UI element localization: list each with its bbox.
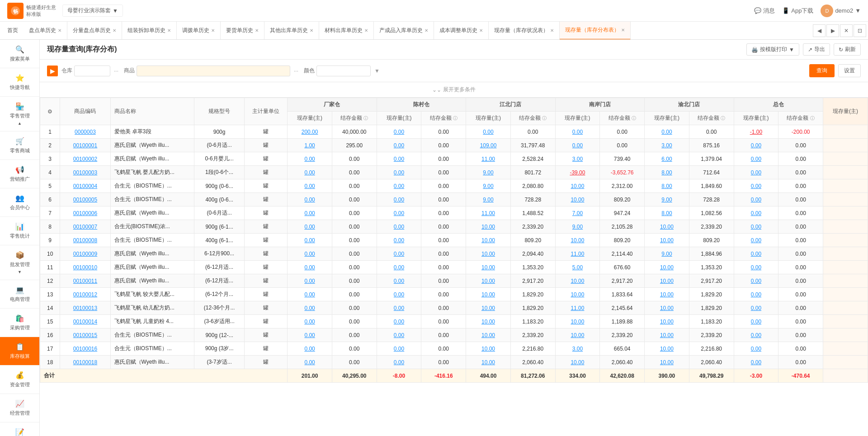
cell-na-qty: 0.00 xyxy=(555,125,600,139)
code-link[interactable]: 00100007 xyxy=(73,224,97,230)
cell-fac-amt: 0.00 xyxy=(332,301,377,315)
sidebar-item-operations[interactable]: 📈 经营管理 xyxy=(0,394,39,422)
user-profile[interactable]: D demo2 ▼ xyxy=(821,5,861,17)
info-icon[interactable]: ⓘ xyxy=(363,116,368,121)
th-na-qty: 现存量(主) xyxy=(555,112,600,125)
sidebar-item-marketing[interactable]: 📢 营销推广 xyxy=(0,160,39,188)
export-btn[interactable]: ↗ 导出 xyxy=(803,43,830,56)
cell-chen-qty: 0.00 xyxy=(377,301,421,315)
tab-home[interactable]: 首页 xyxy=(2,22,24,40)
code-link[interactable]: 00100001 xyxy=(73,142,97,149)
sidebar-item-retail-mall[interactable]: 🛒 零售商城 xyxy=(0,131,39,160)
tab-pandian[interactable]: 盘点单历史✕ xyxy=(24,22,67,40)
color-dropdown-icon[interactable]: ▼ xyxy=(374,68,380,74)
sidebar-item-wholesale[interactable]: 📦 批发管理 ▼ xyxy=(0,245,39,280)
info-icon[interactable]: ⓘ xyxy=(453,116,458,121)
code-link[interactable]: 00100006 xyxy=(73,210,97,216)
tab-cailiaochuku[interactable]: 材料出库单历史✕ xyxy=(319,22,374,40)
th-settings-icon[interactable]: ⚙ xyxy=(40,98,60,125)
close-icon[interactable]: ✕ xyxy=(255,28,259,33)
filter-expand-btn[interactable]: ▶ xyxy=(47,66,58,76)
close-icon[interactable]: ✕ xyxy=(550,28,554,33)
code-link[interactable]: 0000003 xyxy=(75,129,96,135)
sidebar-item-retail-stats[interactable]: 📊 零售统计 xyxy=(0,217,39,245)
expand-conditions-btn[interactable]: ⌄⌄ 展开更多条件 xyxy=(47,84,861,95)
close-icon[interactable]: ✕ xyxy=(58,28,61,33)
cell-current xyxy=(823,139,868,152)
page-header-actions: 🖨️ 按模版打印 ▼ ↗ 导出 ↻ 刷新 xyxy=(746,43,861,56)
code-link[interactable]: 00100010 xyxy=(73,264,97,271)
tab-zuzhangchai[interactable]: 组装拆卸单历史✕ xyxy=(122,22,177,40)
tab-fenpandian[interactable]: 分量盘点单历史✕ xyxy=(67,22,122,40)
cell-chen-qty: 0.00 xyxy=(377,139,421,152)
info-icon[interactable]: ⓘ xyxy=(542,116,547,121)
settings-gear-icon[interactable]: ⚙ xyxy=(47,108,52,115)
code-link[interactable]: 00100018 xyxy=(73,359,97,366)
cell-spec: 1段(0-6个... xyxy=(194,166,245,179)
cell-current xyxy=(823,288,868,301)
info-icon[interactable]: ⓘ xyxy=(810,116,815,121)
code-link[interactable]: 00100015 xyxy=(73,332,97,338)
tab-nav-prev[interactable]: ◀ xyxy=(813,24,826,37)
close-icon[interactable]: ✕ xyxy=(364,28,368,33)
code-link[interactable]: 00100004 xyxy=(73,183,97,189)
code-link[interactable]: 00100008 xyxy=(73,237,97,244)
code-link[interactable]: 00100013 xyxy=(73,305,97,311)
industry-selector[interactable]: 母婴行业演示陈套 ▼ xyxy=(62,5,123,17)
print-btn[interactable]: 🖨️ 按模版打印 ▼ xyxy=(746,43,799,56)
close-icon[interactable]: ✕ xyxy=(211,28,215,33)
warehouse-dots[interactable]: ··· xyxy=(112,68,120,74)
sidebar-item-quicknav[interactable]: ⭐ 快捷导航 xyxy=(0,68,39,97)
tab-nav-expand[interactable]: ⊡ xyxy=(854,24,866,37)
refresh-btn[interactable]: ↻ 刷新 xyxy=(834,43,861,56)
product-dots[interactable]: ··· xyxy=(292,68,300,74)
close-icon[interactable]: ✕ xyxy=(425,28,428,33)
tab-nav-next[interactable]: ▶ xyxy=(826,24,839,37)
close-icon[interactable]: ✕ xyxy=(479,28,483,33)
message-btn[interactable]: 💬 消息 xyxy=(754,7,775,15)
product-input[interactable]: babycare孕妇待产包 春季入院全套母子组合孕妇产后冬季月子用品 22件套 … xyxy=(137,66,290,76)
sidebar-item-retail-mgmt[interactable]: 🏪 零售管理 ▲ xyxy=(0,97,39,131)
cell-seq: 14 xyxy=(40,301,60,315)
code-link[interactable]: 00100014 xyxy=(73,319,97,325)
sidebar-item-ecommerce[interactable]: 💻 电商管理 xyxy=(0,280,39,309)
app-download-btn[interactable]: 📱 App下载 xyxy=(782,7,813,15)
close-icon[interactable]: ✕ xyxy=(621,28,625,33)
close-icon[interactable]: ✕ xyxy=(310,28,313,33)
cell-na-amt: 665.04 xyxy=(600,342,645,356)
total-fac-amt: 40,295.00 xyxy=(332,369,377,383)
sidebar-item-purchase[interactable]: 🛍️ 采购管理 xyxy=(0,309,39,337)
tab-kucunzhuangkuang[interactable]: 现存量（库存状况表）✕ xyxy=(489,22,560,40)
tab-yaohuodan[interactable]: 要货单历史✕ xyxy=(221,22,264,40)
sidebar-item-basicinfo[interactable]: 📝 基础信息 xyxy=(0,422,39,436)
code-link[interactable]: 00100005 xyxy=(73,197,97,203)
settings-btn[interactable]: 设置 xyxy=(838,64,861,77)
info-icon[interactable]: ⓘ xyxy=(632,116,636,121)
close-icon[interactable]: ✕ xyxy=(113,28,116,33)
warehouse-input[interactable] xyxy=(74,66,110,76)
tab-chengbentiaozhen[interactable]: 成本调整单历史✕ xyxy=(434,22,489,40)
tab-kucunfenbu[interactable]: 现存量（库存分布表）✕ xyxy=(560,22,631,40)
code-link[interactable]: 00100012 xyxy=(73,291,97,298)
color-input[interactable] xyxy=(316,66,371,76)
code-link[interactable]: 00100009 xyxy=(73,251,97,257)
code-link[interactable]: 00100016 xyxy=(73,346,97,352)
sidebar-item-search[interactable]: 🔍 搜索英单 xyxy=(0,40,39,68)
code-link[interactable]: 00100003 xyxy=(73,169,97,176)
code-link[interactable]: 00100011 xyxy=(73,278,97,284)
query-btn[interactable]: 查询 xyxy=(809,64,835,77)
cell-na-qty: 10.00 xyxy=(555,356,600,369)
th-nanan: 南岸门店 xyxy=(555,98,644,112)
sidebar-item-finance[interactable]: 💰 资金管理 xyxy=(0,366,39,394)
sidebar-item-member[interactable]: 👥 会员中心 xyxy=(0,188,39,217)
tab-nav-close[interactable]: ✕ xyxy=(840,24,853,37)
sidebar-item-inventory[interactable]: 📋 库存核算 xyxy=(0,337,39,366)
cell-fac-qty: 0.00 xyxy=(288,193,332,206)
close-icon[interactable]: ✕ xyxy=(167,28,171,33)
tab-chengpinruku[interactable]: 产成品入库单历史✕ xyxy=(374,22,434,40)
tab-qitachuku[interactable]: 其他出库单历史✕ xyxy=(264,22,319,40)
cell-chen-amt: 0.00 xyxy=(421,328,466,342)
info-icon[interactable]: ⓘ xyxy=(721,116,725,121)
code-link[interactable]: 00100002 xyxy=(73,156,97,162)
tab-diaobodan[interactable]: 调拨单历史✕ xyxy=(177,22,221,40)
